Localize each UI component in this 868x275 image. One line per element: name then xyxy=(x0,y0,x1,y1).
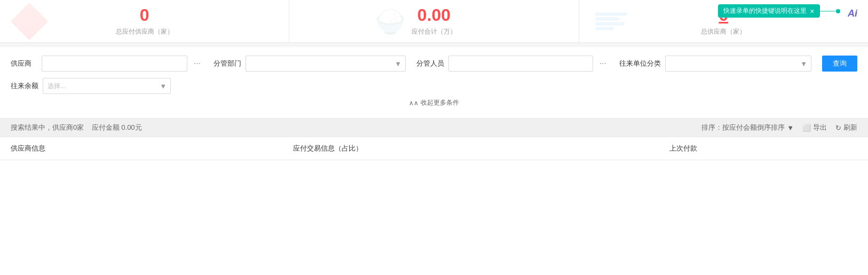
stat-number-total: 0.00 xyxy=(417,6,451,25)
stat-suppliers-payable: 0 总应付供应商（家） xyxy=(0,0,289,42)
supplier-input[interactable] xyxy=(42,56,187,72)
stats-bar: 0 总应付供应商（家） 🍚 0.00 应付合计（万） 快速录单的快捷键说明在这里… xyxy=(0,0,868,43)
filter-row-1: 供应商 ··· 分管部门 ▼ 分管人员 ··· 往来单位分类 ▼ xyxy=(11,56,857,72)
stat-number-payable: 0 xyxy=(140,6,149,25)
table-container: 供应商信息 应付交易信息（占比） 上次付款 xyxy=(0,137,868,275)
preview-bar-3 xyxy=(595,22,625,25)
person-dots-btn[interactable]: ··· xyxy=(597,59,609,68)
supplier-input-wrapper xyxy=(42,56,187,72)
filter-area: 供应商 ··· 分管部门 ▼ 分管人员 ··· 往来单位分类 ▼ xyxy=(0,47,868,119)
supplier-dots-btn[interactable]: ··· xyxy=(192,59,203,68)
refresh-icon: ↻ xyxy=(835,124,841,132)
collapse-up-icon: ∧∧ xyxy=(409,99,419,107)
tooltip-bubble: 快速录单的快捷键说明在这里 × xyxy=(718,4,819,18)
sort-label: 排序：按应付会额倒序排序 xyxy=(701,123,785,132)
preview-bar-4 xyxy=(595,27,614,30)
diamond-icon xyxy=(11,2,49,40)
preview-bars xyxy=(595,12,627,30)
stat-label-total: 应付合计（万） xyxy=(412,27,456,36)
refresh-label: 刷新 xyxy=(843,123,857,132)
query-button[interactable]: 查询 xyxy=(822,56,857,72)
filter-row-2: 往来余额 ▼ xyxy=(11,78,857,94)
tooltip-text: 快速录单的快捷键说明在这里 xyxy=(723,6,807,15)
stat-total-suppliers: 快速录单的快捷键说明在这里 × 0 总供应商（家） Ai xyxy=(579,0,868,42)
balance-input[interactable] xyxy=(43,78,171,94)
collapse-row: ∧∧ 收起更多条件 xyxy=(11,94,857,114)
unit-label: 往来单位分类 xyxy=(619,59,661,68)
table-body xyxy=(0,160,868,275)
results-text: 搜索结果中，供应商0家 xyxy=(11,123,84,131)
collapse-button[interactable]: ∧∧ 收起更多条件 xyxy=(400,96,468,109)
supplier-label: 供应商 xyxy=(11,59,37,68)
filter-unit: 往来单位分类 ▼ xyxy=(619,56,822,72)
tooltip-dot xyxy=(836,9,840,13)
export-label: 导出 xyxy=(813,123,827,132)
results-amount: 应付金额 0.00元 xyxy=(92,123,142,131)
person-label: 分管人员 xyxy=(416,59,444,68)
sort-arrow-icon: ▼ xyxy=(787,124,794,132)
person-input[interactable] xyxy=(448,56,593,72)
unit-input-wrapper: ▼ xyxy=(665,56,811,72)
stat-label-suppliers: 总供应商（家） xyxy=(701,27,746,36)
balance-label: 往来余额 xyxy=(11,81,38,91)
col-transaction-header: 应付交易信息（占比） xyxy=(293,144,669,153)
col-payment-header: 上次付款 xyxy=(669,144,857,153)
results-info: 搜索结果中，供应商0家 应付金额 0.00元 xyxy=(11,123,142,132)
department-input[interactable] xyxy=(246,56,406,72)
rice-icon: 🍚 xyxy=(375,7,405,35)
export-icon: ⬜ xyxy=(802,124,811,132)
preview-bar-2 xyxy=(595,17,619,20)
results-bar: 搜索结果中，供应商0家 应付金额 0.00元 排序：按应付会额倒序排序 ▼ ⬜ … xyxy=(0,119,868,137)
stat-label-payable: 总应付供应商（家） xyxy=(116,27,173,36)
refresh-button[interactable]: ↻ 刷新 xyxy=(835,123,857,132)
table-header: 供应商信息 应付交易信息（占比） 上次付款 xyxy=(0,137,868,160)
department-input-wrapper: ▼ xyxy=(246,56,406,72)
balance-input-wrapper: ▼ xyxy=(43,78,171,94)
filter-department: 分管部门 ▼ xyxy=(214,56,416,72)
tooltip-close-btn[interactable]: × xyxy=(810,7,814,15)
ai-badge: Ai xyxy=(848,8,857,19)
collapse-label: 收起更多条件 xyxy=(421,98,459,107)
results-actions: 排序：按应付会额倒序排序 ▼ ⬜ 导出 ↻ 刷新 xyxy=(701,123,857,132)
col-supplier-header: 供应商信息 xyxy=(11,144,293,153)
department-label: 分管部门 xyxy=(214,59,241,68)
person-input-wrapper xyxy=(448,56,593,72)
export-button[interactable]: ⬜ 导出 xyxy=(802,123,827,132)
preview-bar-1 xyxy=(595,12,627,15)
sort-button[interactable]: 排序：按应付会额倒序排序 ▼ xyxy=(701,123,794,132)
stat-payable-total: 🍚 0.00 应付合计（万） xyxy=(289,0,579,42)
filter-balance: 往来余额 ▼ xyxy=(11,78,182,94)
filter-supplier: 供应商 ··· xyxy=(11,56,214,72)
filter-person: 分管人员 ··· xyxy=(416,56,619,72)
unit-input[interactable] xyxy=(665,56,811,72)
